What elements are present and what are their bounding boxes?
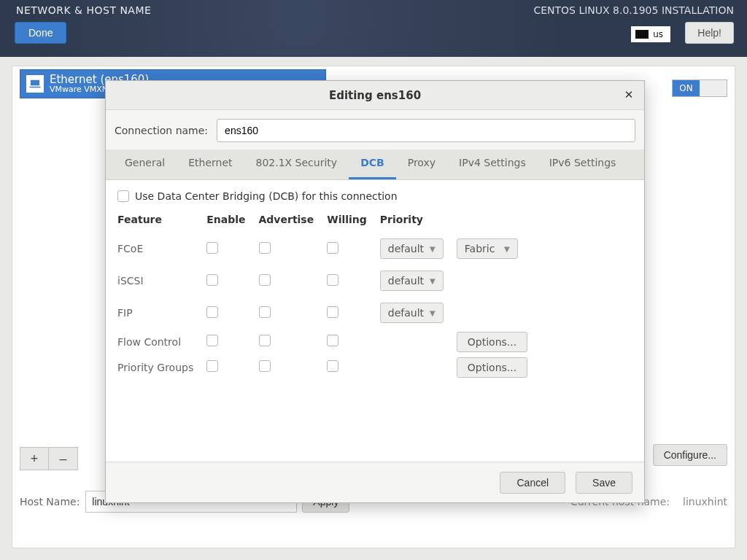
chevron-down-icon: ▼ [430, 277, 436, 285]
willing-checkbox[interactable] [327, 306, 338, 318]
connection-name-field[interactable] [217, 119, 635, 142]
chevron-down-icon: ▼ [430, 309, 436, 317]
dcb-enable-row[interactable]: Use Data Center Bridging (DCB) for this … [117, 190, 632, 202]
table-row: Priority GroupsOptions... [117, 354, 541, 380]
fabric-dropdown[interactable]: Fabric▼ [457, 238, 518, 259]
chevron-down-icon: ▼ [430, 245, 436, 253]
toggle-off-side [700, 80, 727, 96]
dialog-tabs: GeneralEthernet802.1X SecurityDCBProxyIP… [106, 149, 644, 180]
willing-checkbox[interactable] [327, 335, 338, 346]
feature-name: FCoE [117, 233, 206, 265]
cancel-button[interactable]: Cancel [500, 472, 565, 494]
tab-proxy[interactable]: Proxy [396, 149, 447, 179]
save-button[interactable]: Save [576, 472, 632, 494]
tab-ethernet[interactable]: Ethernet [177, 149, 244, 179]
enable-checkbox[interactable] [206, 242, 218, 254]
dcb-checkbox[interactable] [117, 190, 129, 202]
options-button[interactable]: Options... [457, 357, 527, 378]
advertise-checkbox[interactable] [259, 242, 271, 254]
dcb-feature-table: FeatureEnableAdvertiseWillingPriority FC… [117, 209, 541, 380]
tab-ipv4-settings[interactable]: IPv4 Settings [447, 149, 538, 179]
tab-802-1x-security[interactable]: 802.1X Security [244, 149, 349, 179]
edit-connection-dialog: Editing ens160 ✕ Connection name: Genera… [105, 80, 645, 503]
feature-name: iSCSI [117, 265, 206, 297]
configure-button[interactable]: Configure... [653, 444, 727, 466]
tab-general[interactable]: General [113, 149, 177, 179]
feature-name: Priority Groups [117, 354, 206, 380]
table-row: FCoEdefault▼Fabric▼ [117, 233, 541, 265]
column-header: Feature [117, 209, 206, 233]
connection-toggle[interactable]: ON [672, 79, 727, 97]
willing-checkbox[interactable] [327, 242, 338, 254]
priority-dropdown[interactable]: default▼ [380, 271, 444, 291]
advertise-checkbox[interactable] [259, 360, 271, 372]
dcb-checkbox-label: Use Data Center Bridging (DCB) for this … [135, 190, 398, 202]
enable-checkbox[interactable] [206, 360, 218, 372]
toggle-on-label: ON [673, 80, 700, 96]
column-header: Priority [380, 209, 457, 233]
connection-name-row: Connection name: [106, 110, 644, 149]
dialog-title: Editing ens160 [329, 89, 421, 102]
dialog-footer: Cancel Save [106, 462, 644, 502]
chevron-down-icon: ▼ [504, 245, 510, 253]
feature-name: Flow Control [117, 329, 206, 354]
feature-name: FIP [117, 297, 206, 329]
column-header [457, 209, 541, 233]
keyboard-layout: us [653, 29, 663, 39]
keyboard-indicator[interactable]: us [631, 26, 670, 42]
enable-checkbox[interactable] [206, 274, 218, 286]
installer-subtitle: CENTOS LINUX 8.0.1905 INSTALLATION [533, 4, 734, 16]
column-header: Advertise [259, 209, 328, 233]
dialog-title-bar: Editing ens160 ✕ [106, 81, 644, 110]
nic-icon [26, 75, 44, 93]
tab-dcb[interactable]: DCB [349, 149, 396, 179]
table-row: iSCSIdefault▼ [117, 265, 541, 297]
hostname-label: Host Name: [20, 496, 80, 508]
tab-ipv6-settings[interactable]: IPv6 Settings [538, 149, 628, 179]
keyboard-icon [635, 30, 649, 39]
close-icon[interactable]: ✕ [621, 87, 637, 103]
priority-dropdown[interactable]: default▼ [380, 238, 444, 259]
priority-dropdown[interactable]: default▼ [380, 303, 444, 323]
options-button[interactable]: Options... [457, 332, 527, 352]
connection-name-label: Connection name: [115, 125, 208, 136]
willing-checkbox[interactable] [327, 274, 338, 286]
installer-header: NETWORK & HOST NAME CENTOS LINUX 8.0.190… [0, 0, 747, 57]
column-header: Enable [206, 209, 258, 233]
done-button[interactable]: Done [15, 22, 66, 44]
advertise-checkbox[interactable] [259, 306, 271, 318]
willing-checkbox[interactable] [327, 360, 338, 372]
dcb-panel: Use Data Center Bridging (DCB) for this … [106, 180, 644, 462]
current-hostname-value: linuxhint [683, 496, 727, 508]
advertise-checkbox[interactable] [259, 335, 271, 346]
enable-checkbox[interactable] [206, 335, 218, 346]
advertise-checkbox[interactable] [259, 274, 271, 286]
page-title: NETWORK & HOST NAME [16, 4, 151, 16]
table-row: Flow ControlOptions... [117, 329, 541, 354]
help-button[interactable]: Help! [685, 22, 734, 44]
remove-connection-button[interactable]: – [49, 447, 78, 470]
enable-checkbox[interactable] [206, 306, 218, 318]
column-header: Willing [327, 209, 380, 233]
add-remove-group: + – [20, 447, 78, 470]
table-row: FIPdefault▼ [117, 297, 541, 329]
add-connection-button[interactable]: + [20, 447, 49, 470]
